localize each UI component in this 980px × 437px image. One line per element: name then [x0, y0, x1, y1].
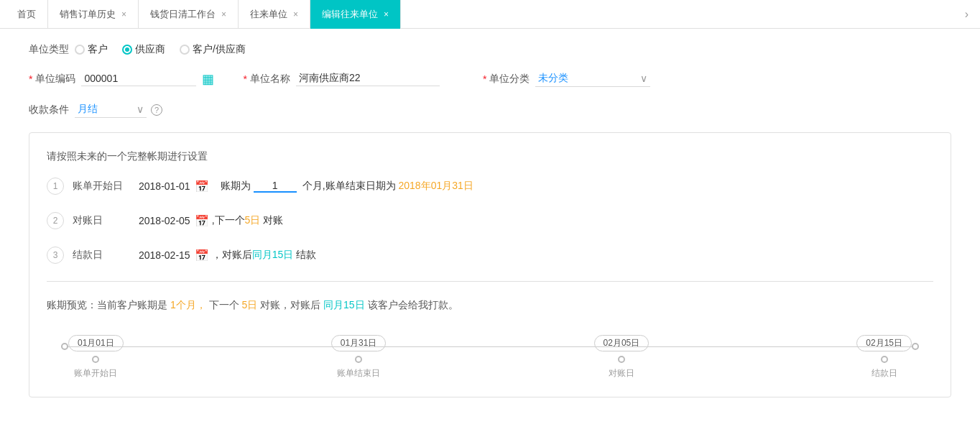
tl-label-1: 账单开始日 — [74, 367, 117, 380]
setting-desc-2a: ,下一个 — [212, 214, 245, 227]
preview-section: 账期预览：当前客户账期是 1个月， 下一个 5日 对账，对账后 同月15日 该客… — [47, 288, 933, 385]
unit-type-radio-group: 客户 供应商 客户/供应商 — [75, 43, 246, 56]
settings-card: 请按照未来的一个完整帐期进行设置 1 账单开始日 2018-01-01 📅 账期… — [29, 132, 951, 397]
tab-close-sales-history[interactable]: × — [121, 9, 126, 19]
setting-date-3: 2018-02-15 — [139, 249, 190, 261]
setting-label-2: 对账日 — [73, 214, 130, 227]
unit-category-value: 未分类 — [538, 72, 637, 85]
unit-name-star: * — [243, 73, 246, 85]
tab-close-partner[interactable]: × — [293, 9, 298, 19]
tab-bar: 首页 销售订单历史 × 钱货日清工作台 × 往来单位 × 编辑往来单位 × › — [0, 0, 980, 29]
tl-dot-3 — [618, 356, 625, 363]
setting-desc-2b: 对账 — [263, 214, 283, 227]
tab-edit-partner[interactable]: 编辑往来单位 × — [310, 0, 401, 29]
timeline-node-3: 02月05日 对账日 — [594, 335, 650, 380]
payment-day-highlight: 同月15日 — [252, 249, 294, 262]
timeline-nodes: 01月01日 账单开始日 01月31日 账单结束日 02月05日 对账 — [61, 335, 919, 380]
radio-customer-circle — [75, 45, 85, 55]
setting-date-1: 2018-01-01 — [139, 180, 190, 192]
cal-icon-3[interactable]: 📅 — [195, 249, 209, 262]
preview-prefix: 账期预览：当前客户账期是 — [47, 299, 167, 310]
setting-row-3: 3 结款日 2018-02-15 📅 ，对账后 同月15日 结款 — [47, 247, 933, 264]
preview-highlight3: 同月15日 — [323, 299, 365, 310]
setting-num-1: 1 — [47, 178, 64, 195]
tl-dot-4 — [881, 356, 888, 363]
tab-close-edit-partner[interactable]: × — [384, 9, 389, 19]
unit-type-row: 单位类型 客户 供应商 客户/供应商 — [29, 43, 951, 56]
preview-middle1: 下一个 — [209, 299, 239, 310]
tab-sales-history[interactable]: 销售订单历史 × — [48, 0, 139, 29]
payment-terms-row: 收款条件 月结 ∨ ? — [29, 101, 951, 118]
preview-highlight2: 5日 — [241, 299, 257, 310]
unit-code-star: * — [29, 73, 32, 85]
timeline: 01月01日 账单开始日 01月31日 账单结束日 02月05日 对账 — [47, 329, 933, 385]
unit-type-label: 单位类型 — [29, 43, 69, 56]
radio-both-label: 客户/供应商 — [193, 43, 246, 56]
unit-category-select[interactable]: 未分类 ∨ — [535, 70, 650, 87]
tab-cash-work[interactable]: 钱货日清工作台 × — [139, 0, 239, 29]
period-input[interactable] — [254, 180, 297, 193]
payment-terms-value: 月结 — [78, 103, 134, 116]
unit-code-icon[interactable]: ▦ — [202, 71, 214, 87]
tab-arrow[interactable]: › — [959, 8, 974, 21]
unit-code-input[interactable] — [81, 71, 196, 86]
cal-icon-1[interactable]: 📅 — [195, 180, 209, 193]
radio-supplier[interactable]: 供应商 — [122, 43, 165, 56]
setting-label-3: 结款日 — [73, 249, 130, 262]
radio-supplier-circle — [122, 45, 132, 55]
tl-date-2: 01月31日 — [331, 335, 387, 351]
radio-customer-label: 客户 — [88, 43, 108, 56]
setting-row-1: 1 账单开始日 2018-01-01 📅 账期为 个月,账单结束日期为 2018… — [47, 178, 933, 195]
tab-partner-unit[interactable]: 往来单位 × — [239, 0, 310, 29]
reconcile-day-highlight: 5日 — [245, 214, 261, 227]
setting-desc-1b: 个月,账单结束日期为 — [302, 180, 396, 193]
radio-customer[interactable]: 客户 — [75, 43, 108, 56]
tl-label-4: 结款日 — [872, 367, 897, 380]
preview-highlight1: 1个月， — [170, 299, 206, 310]
tab-home[interactable]: 首页 — [6, 0, 48, 29]
unit-name-label: 单位名称 — [250, 73, 290, 86]
setting-label-1: 账单开始日 — [73, 180, 130, 193]
help-icon[interactable]: ? — [151, 104, 162, 116]
timeline-line — [61, 346, 919, 347]
tl-dot-1 — [92, 356, 99, 363]
radio-both[interactable]: 客户/供应商 — [180, 43, 246, 56]
tl-label-2: 账单结束日 — [337, 367, 380, 380]
tl-dot-2 — [355, 356, 362, 363]
unit-info-row: * 单位编码 ▦ * 单位名称 * 单位分类 未分类 ∨ — [29, 70, 951, 87]
setting-num-2: 2 — [47, 212, 64, 229]
timeline-start-dot — [61, 343, 68, 350]
unit-category-star: * — [483, 73, 486, 85]
tl-date-4: 02月15日 — [856, 335, 912, 351]
tl-date-1: 01月01日 — [68, 335, 124, 351]
preview-text: 账期预览：当前客户账期是 1个月， 下一个 5日 对账，对账后 同月15日 该客… — [47, 299, 933, 312]
unit-category-arrow: ∨ — [640, 73, 647, 84]
unit-name-input[interactable] — [296, 71, 440, 86]
settings-title: 请按照未来的一个完整帐期进行设置 — [47, 150, 933, 163]
setting-num-3: 3 — [47, 247, 64, 264]
timeline-node-1: 01月01日 账单开始日 — [68, 335, 124, 380]
setting-row-2: 2 对账日 2018-02-05 📅 ,下一个 5日 对账 — [47, 212, 933, 229]
setting-desc-3b: 结款 — [296, 249, 316, 262]
period-end-date: 2018年01月31日 — [399, 180, 473, 193]
setting-desc-1a: 账期为 — [221, 180, 251, 193]
payment-terms-label: 收款条件 — [29, 104, 69, 116]
setting-date-2: 2018-02-05 — [139, 215, 190, 226]
radio-supplier-label: 供应商 — [135, 43, 165, 56]
tl-label-3: 对账日 — [609, 367, 634, 380]
preview-middle2: 对账，对账后 — [260, 299, 320, 310]
payment-terms-select[interactable]: 月结 ∨ — [75, 101, 147, 118]
radio-both-circle — [180, 45, 190, 55]
unit-code-label: 单位编码 — [35, 73, 75, 86]
setting-desc-3a: ，对账后 — [212, 249, 252, 262]
main-content: 单位类型 客户 供应商 客户/供应商 * 单位编码 ▦ * 单位名称 * — [0, 29, 980, 437]
payment-terms-arrow: ∨ — [137, 104, 144, 115]
timeline-end-dot — [912, 343, 919, 350]
tab-close-cash-work[interactable]: × — [221, 9, 226, 19]
cal-icon-2[interactable]: 📅 — [195, 214, 209, 228]
unit-category-label: 单位分类 — [489, 73, 530, 86]
timeline-node-4: 02月15日 结款日 — [856, 335, 912, 380]
tl-date-3: 02月05日 — [594, 335, 650, 351]
preview-suffix: 该客户会给我打款。 — [368, 299, 458, 310]
timeline-node-2: 01月31日 账单结束日 — [331, 335, 387, 380]
